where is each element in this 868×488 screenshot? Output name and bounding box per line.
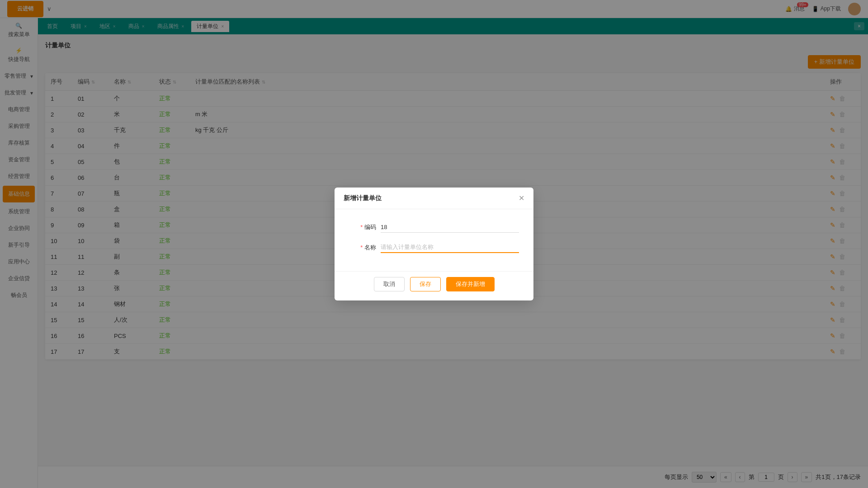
modal-title: 新增计量单位 bbox=[344, 194, 382, 202]
form-row-name: 名称 bbox=[349, 242, 519, 253]
save-and-add-button[interactable]: 保存并新增 bbox=[446, 277, 495, 291]
modal-footer: 取消 保存 保存并新增 bbox=[335, 271, 533, 300]
name-input[interactable] bbox=[381, 242, 519, 253]
modal-body: 编码 名称 bbox=[335, 209, 533, 271]
name-label: 名称 bbox=[349, 244, 376, 252]
form-row-code: 编码 bbox=[349, 222, 519, 233]
modal-close-btn[interactable]: ✕ bbox=[519, 194, 524, 202]
modal-header: 新增计量单位 ✕ bbox=[335, 188, 533, 209]
cancel-button[interactable]: 取消 bbox=[374, 277, 405, 291]
code-input[interactable] bbox=[381, 222, 519, 233]
code-label: 编码 bbox=[349, 223, 376, 231]
modal-overlay[interactable]: 新增计量单位 ✕ 编码 名称 取消 保存 保存并新增 bbox=[0, 0, 868, 488]
save-button[interactable]: 保存 bbox=[410, 277, 441, 291]
add-measure-unit-modal: 新增计量单位 ✕ 编码 名称 取消 保存 保存并新增 bbox=[335, 188, 533, 300]
